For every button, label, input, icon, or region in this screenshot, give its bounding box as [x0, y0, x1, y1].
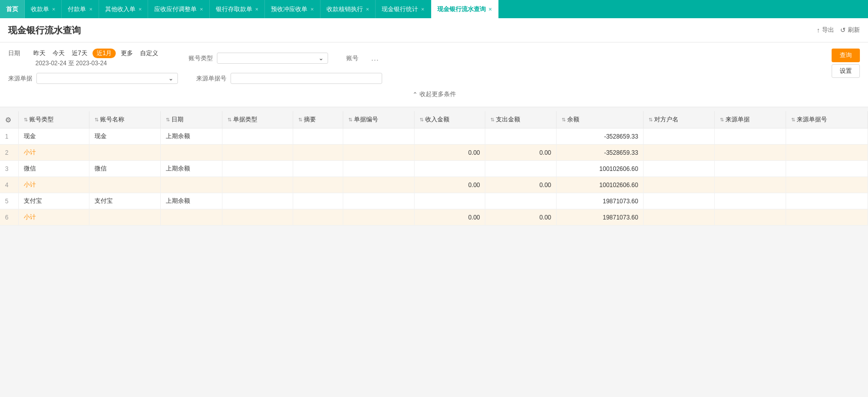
header-actions: ↑ 导出 ↺ 刷新 — [817, 26, 860, 34]
filter-area: 日期 昨天 今天 近7天 近1月 更多 自定义 2023-02-24 至 202… — [0, 42, 868, 107]
nav-tab-银行存取款单[interactable]: 银行存取款单× — [210, 0, 265, 18]
export-button[interactable]: ↑ 导出 — [817, 26, 835, 34]
col-source-doc-no[interactable]: ⇅来源单据号 — [786, 111, 867, 128]
date-btn-today[interactable]: 今天 — [51, 49, 67, 58]
export-icon: ↑ — [817, 26, 820, 34]
data-table-container: ⚙ ⇅账号类型 ⇅账号名称 ⇅日期 ⇅单据类型 ⇅摘要 ⇅单据编 — [0, 111, 868, 226]
col-expense[interactable]: ⇅支出金额 — [485, 111, 557, 128]
col-date[interactable]: ⇅日期 — [161, 111, 222, 128]
nav-tab-收款核销执行[interactable]: 收款核销执行× — [321, 0, 376, 18]
chevron-up-icon: ⌃ — [413, 91, 418, 98]
source-doc-num-input[interactable] — [231, 73, 382, 84]
col-gear: ⚙ — [0, 111, 18, 128]
nav-tab-现金银行流水查询[interactable]: 现金银行流水查询× — [431, 0, 498, 18]
date-shortcuts: 昨天 今天 近7天 近1月 更多 自定义 — [31, 49, 160, 58]
settings-button[interactable]: 设置 — [832, 64, 860, 78]
account-type-label: 账号类型 — [189, 54, 213, 63]
chevron-down-icon-2: ⌄ — [168, 75, 173, 82]
close-icon[interactable]: × — [366, 6, 369, 12]
date-label: 日期 — [8, 49, 28, 58]
date-btn-more[interactable]: 更多 — [119, 49, 135, 58]
table-row: 6小计0.000.0019871073.60 — [0, 209, 868, 226]
chevron-down-icon: ⌄ — [318, 55, 324, 62]
account-type-select[interactable]: ⌄ — [217, 53, 328, 64]
date-btn-custom[interactable]: 自定义 — [138, 49, 160, 58]
table-row: 1现金现金上期余额-3528659.33 — [0, 128, 868, 145]
refresh-button[interactable]: ↺ 刷新 — [840, 26, 860, 34]
close-icon[interactable]: × — [139, 6, 142, 12]
table-header-row: ⚙ ⇅账号类型 ⇅账号名称 ⇅日期 ⇅单据类型 ⇅摘要 ⇅单据编 — [0, 111, 868, 128]
col-account-name[interactable]: ⇅账号名称 — [89, 111, 161, 128]
col-account-type[interactable]: ⇅账号类型 — [18, 111, 89, 128]
col-doc-type[interactable]: ⇅单据类型 — [222, 111, 293, 128]
nav-tab-其他收入单[interactable]: 其他收入单× — [99, 0, 148, 18]
nav-tab-预收冲应收单[interactable]: 预收冲应收单× — [265, 0, 320, 18]
top-navigation: 首页 收款单×付款单×其他收入单×应收应付调整单×银行存取款单×预收冲应收单×收… — [0, 0, 868, 18]
col-summary[interactable]: ⇅摘要 — [293, 111, 343, 128]
close-icon[interactable]: × — [52, 6, 55, 12]
col-income[interactable]: ⇅收入金额 — [414, 111, 485, 128]
nav-tab-应收应付调整单[interactable]: 应收应付调整单× — [148, 0, 209, 18]
right-buttons: 查询 设置 — [832, 49, 860, 78]
col-counterparty[interactable]: ⇅对方户名 — [644, 111, 715, 128]
table-row: 3微信微信上期余额100102606.60 — [0, 161, 868, 177]
col-source-doc[interactable]: ⇅来源单据 — [715, 111, 786, 128]
date-btn-yesterday[interactable]: 昨天 — [31, 49, 48, 58]
refresh-icon: ↺ — [840, 26, 846, 34]
page-title: 现金银行流水查询 — [8, 24, 81, 36]
date-btn-7days[interactable]: 近7天 — [70, 49, 89, 58]
filter-row-1: 日期 昨天 今天 近7天 近1月 更多 自定义 2023-02-24 至 202… — [8, 49, 819, 68]
source-doc-select[interactable]: ⌄ — [36, 73, 178, 84]
source-doc-label: 来源单据 — [8, 74, 32, 83]
close-icon[interactable]: × — [200, 6, 203, 12]
page-header: 现金银行流水查询 ↑ 导出 ↺ 刷新 — [0, 18, 868, 42]
account-label: 账号 — [346, 54, 367, 63]
data-table: ⚙ ⇅账号类型 ⇅账号名称 ⇅日期 ⇅单据类型 ⇅摘要 ⇅单据编 — [0, 111, 868, 226]
close-icon[interactable]: × — [310, 6, 313, 12]
date-range-display: 2023-02-24 至 2023-03-24 — [35, 60, 107, 67]
account-dots[interactable]: … — [371, 54, 379, 63]
table-row: 2小计0.000.00-3528659.33 — [0, 145, 868, 161]
close-icon[interactable]: × — [255, 6, 258, 12]
date-btn-1month[interactable]: 近1月 — [93, 49, 116, 58]
close-icon[interactable]: × — [489, 6, 492, 12]
close-icon[interactable]: × — [89, 6, 92, 12]
gear-icon[interactable]: ⚙ — [5, 116, 12, 124]
query-button[interactable]: 查询 — [832, 49, 860, 62]
nav-tab-现金银行统计[interactable]: 现金银行统计× — [376, 0, 431, 18]
source-doc-num-label: 来源单据号 — [196, 74, 226, 83]
nav-tab-付款单[interactable]: 付款单× — [62, 0, 99, 18]
collapse-bar[interactable]: ⌃ 收起更多条件 — [8, 88, 860, 101]
table-row: 4小计0.000.00100102606.60 — [0, 177, 868, 193]
nav-tab-收款单[interactable]: 收款单× — [25, 0, 62, 18]
filter-row-2: 来源单据 ⌄ 来源单据号 — [8, 73, 819, 84]
close-icon[interactable]: × — [421, 6, 424, 12]
table-row: 5支付宝支付宝上期余额19871073.60 — [0, 193, 868, 209]
col-balance[interactable]: ⇅余额 — [557, 111, 644, 128]
col-doc-no[interactable]: ⇅单据编号 — [343, 111, 414, 128]
nav-home[interactable]: 首页 — [0, 0, 25, 18]
